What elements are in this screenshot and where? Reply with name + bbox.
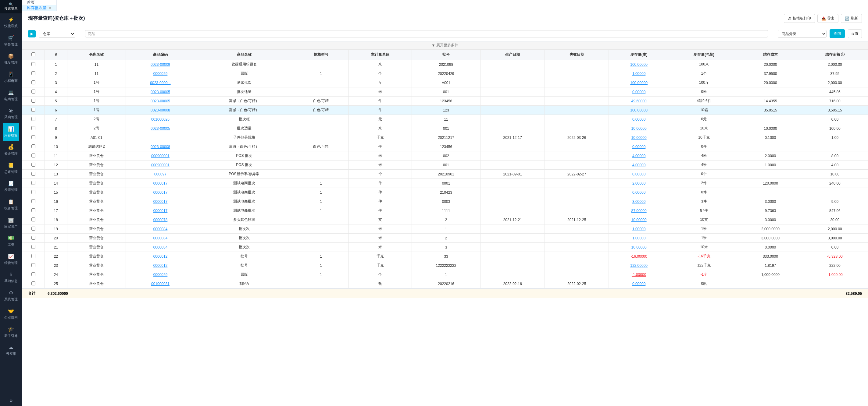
row-checkbox-1[interactable] (31, 71, 35, 75)
expand-conditions-btn[interactable]: ▼ 展开更多条件 (28, 43, 862, 48)
sidebar-item-fixed-assets[interactable]: 🏢固定资产 (3, 214, 19, 232)
row-checkbox-18[interactable] (31, 227, 35, 231)
sidebar-logo[interactable]: 🔍 搜索菜单 (0, 0, 22, 13)
cell-14-1: 15 (44, 188, 67, 197)
refresh-btn[interactable]: 🔄 刷新 (841, 14, 862, 23)
cell-10-13: 8.00 (802, 151, 868, 161)
cell-1-11: 1个 (669, 69, 739, 78)
system-icon: ⚙ (4, 290, 18, 296)
sidebar-item-retail[interactable]: 🛒零售管理 (3, 32, 19, 50)
tab-home[interactable]: 首页 (22, 0, 57, 5)
cell-0-9 (545, 60, 609, 69)
filter-arrow-btn[interactable]: ▶ (28, 30, 36, 37)
tab-inventory-batch[interactable]: 库存批次量✕ (22, 5, 57, 11)
cell-17-4: 多头其色软线 (195, 215, 293, 225)
row-checkbox-21[interactable] (31, 254, 35, 258)
row-checkbox-15[interactable] (31, 199, 35, 203)
cell-13-0 (22, 179, 45, 188)
cell-20-0 (22, 243, 45, 252)
sidebar-item-invoice[interactable]: 🧾发票管理 (3, 177, 19, 196)
cell-14-8 (480, 188, 545, 197)
row-checkbox-17[interactable] (31, 217, 35, 222)
row-checkbox-13[interactable] (31, 181, 35, 185)
cell-8-6: 千克 (349, 133, 412, 142)
cell-15-2: 营业货仓 (67, 197, 126, 206)
row-checkbox-24[interactable] (31, 281, 35, 285)
sidebar-item-general-ledger[interactable]: 📒总账管理 (3, 159, 19, 177)
row-checkbox-19[interactable] (31, 236, 35, 240)
cell-4-10: 49.60000 (609, 97, 669, 106)
sidebar-item-collab[interactable]: 🤝企业协同 (3, 305, 19, 323)
row-checkbox-9[interactable] (31, 144, 35, 148)
table-row: 72号001000026批次框元110.000000元0.00 (22, 115, 868, 124)
row-checkbox-16[interactable] (31, 208, 35, 212)
filter-expand-bar: ▼ 展开更多条件 (22, 41, 868, 49)
cell-17-1: 18 (44, 215, 67, 225)
col-header-11: 现存量(包装) (669, 49, 739, 60)
row-checkbox-22[interactable] (31, 263, 35, 267)
wholesale-icon: 📦 (4, 53, 18, 60)
payroll-icon: 💵 (4, 235, 18, 241)
sidebar-item-tax[interactable]: 📋税务管理 (3, 196, 19, 214)
sidebar-item-wholesale[interactable]: 📦批发管理 (3, 50, 19, 68)
row-checkbox-12[interactable] (31, 172, 35, 176)
warehouse-filter[interactable]: 仓库 (39, 30, 75, 38)
sidebar-item-ops[interactable]: 📈经营管理 (3, 250, 19, 268)
sidebar-settings[interactable]: ⚙ (0, 396, 22, 406)
cell-22-2: 营业货仓 (67, 261, 126, 270)
row-checkbox-10[interactable] (31, 154, 35, 158)
product-filter[interactable] (85, 30, 768, 37)
cell-18-8 (480, 225, 545, 234)
row-checkbox-2[interactable] (31, 80, 35, 84)
guide-icon: 🎓 (4, 326, 18, 333)
sidebar-item-cloud[interactable]: ☁云应用 (3, 341, 19, 360)
cell-18-6: 米 (349, 225, 412, 234)
sidebar-item-purchase[interactable]: 🛍采购管理 (3, 104, 19, 123)
cell-15-10: 3.00000 (609, 197, 669, 206)
print-btn[interactable]: 🖨 按模板打印 (784, 14, 815, 23)
row-checkbox-20[interactable] (31, 245, 35, 249)
row-checkbox-11[interactable] (31, 163, 35, 167)
query-btn[interactable]: 查询 (830, 29, 845, 38)
sidebar-item-basic[interactable]: ℹ基础信息 (3, 268, 19, 286)
export-btn[interactable]: 📤 导出 (817, 14, 838, 23)
row-checkbox-6[interactable] (31, 117, 35, 121)
row-checkbox-14[interactable] (31, 190, 35, 194)
cell-11-1: 12 (44, 161, 67, 170)
cell-13-12: 120.0000 (739, 179, 802, 188)
page-title: 现存量查询(按仓库＋批次) (28, 15, 85, 22)
row-checkbox-8[interactable] (31, 135, 35, 139)
cell-23-13: -1,000.00 (802, 270, 868, 279)
cell-10-4: POS 批次 (195, 151, 293, 161)
row-checkbox-4[interactable] (31, 99, 35, 103)
cell-14-12 (739, 188, 802, 197)
cell-10-0 (22, 151, 45, 161)
sidebar-item-guide[interactable]: 🎓新手引导 (3, 323, 19, 341)
cell-9-11: 0件 (669, 142, 739, 151)
row-checkbox-0[interactable] (31, 62, 35, 66)
row-checkbox-23[interactable] (31, 272, 35, 276)
sidebar-item-mini-shop[interactable]: 📱小程电商 (3, 68, 19, 86)
sidebar-item-inventory[interactable]: 📊库存核算 (3, 123, 19, 141)
sidebar-item-payroll[interactable]: 💵工资 (3, 232, 19, 250)
cell-21-2: 营业货仓 (67, 252, 126, 261)
select-all-checkbox[interactable] (31, 53, 35, 56)
finance-icon: 💰 (4, 144, 18, 150)
cell-12-8: 2021-09-01 (480, 170, 545, 179)
table-settings-btn[interactable]: 设置 (848, 29, 862, 38)
tab-close-inventory-batch[interactable]: ✕ (49, 6, 52, 10)
table-row: 19营业货仓0000084批次次米11.000001米2,000.00002,0… (22, 225, 868, 234)
cell-11-2: 营业货仓 (67, 161, 126, 170)
sidebar-item-finance[interactable]: 💰资金管理 (3, 141, 19, 159)
row-checkbox-3[interactable] (31, 90, 35, 94)
cell-6-4: 批次框 (195, 115, 293, 124)
category-filter[interactable]: 商品分类 (778, 30, 827, 38)
row-checkbox-7[interactable] (31, 126, 35, 130)
cell-19-2: 营业货仓 (67, 234, 126, 243)
row-checkbox-5[interactable] (31, 108, 35, 112)
table-row: 41号0023-00005批次适量米0010.000000米445.86 (22, 88, 868, 97)
sidebar-item-quick-nav[interactable]: ⚡快捷导航 (3, 13, 19, 32)
sidebar-item-ecommerce[interactable]: 💻电商管理 (3, 86, 19, 104)
sidebar-item-system[interactable]: ⚙系统管理 (3, 286, 19, 305)
cell-6-5 (293, 115, 349, 124)
